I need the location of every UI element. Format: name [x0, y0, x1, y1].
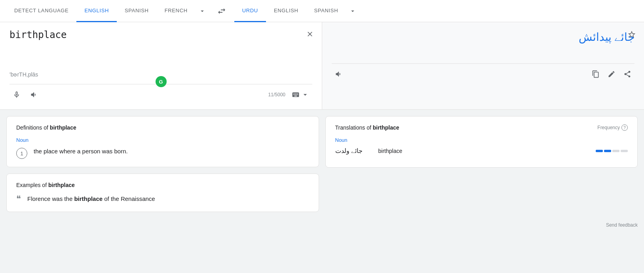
source-lang-dropdown[interactable]: [196, 0, 209, 22]
copy-translation-button[interactable]: [589, 67, 603, 81]
frequency-help-icon[interactable]: ?: [621, 124, 628, 131]
freq-seg-2: [604, 150, 611, 152]
definition-text: the place where a person was born.: [34, 147, 128, 156]
urdu-translation-word: جائے ولدت: [335, 147, 363, 155]
footer: Send feedback: [0, 218, 644, 229]
clear-button[interactable]: [304, 29, 315, 40]
translation-panels: birthplace G 'bərTH,plās 11/5000: [0, 22, 644, 110]
left-cards: Definitions of birthplace Noun 1 the pla…: [6, 116, 319, 212]
edit-translation-button[interactable]: [604, 67, 619, 81]
volume-target-button[interactable]: [332, 67, 346, 81]
volume-source-button[interactable]: [27, 88, 41, 102]
example-row: ❝ Florence was the birthplace of the Ren…: [16, 195, 309, 204]
frequency-bar: [596, 150, 628, 152]
translation-row: جائے ولدت birthplace: [335, 147, 628, 155]
frequency-label: Frequency ?: [597, 124, 628, 131]
freq-seg-1: [596, 150, 603, 152]
share-translation-button[interactable]: [620, 67, 635, 81]
definitions-card: Definitions of birthplace Noun 1 the pla…: [6, 116, 319, 167]
tab-spanish-source[interactable]: SPANISH: [117, 0, 157, 22]
source-input[interactable]: birthplace: [9, 29, 312, 69]
source-panel-actions: [9, 88, 41, 102]
quote-icon: ❝: [16, 195, 21, 203]
translation-output: جائے پیدائش: [332, 29, 635, 60]
freq-seg-4: [621, 150, 628, 152]
translations-card-header: Translations of birthplace Frequency ?: [335, 124, 628, 131]
translations-noun-label: Noun: [335, 137, 628, 143]
translations-title: Translations of birthplace: [335, 124, 399, 131]
listen-source-button[interactable]: [9, 88, 24, 102]
examples-title: Examples of birthplace: [16, 182, 309, 188]
translations-card: Translations of birthplace Frequency ? N…: [325, 116, 638, 168]
tab-french-source[interactable]: FRENCH: [157, 0, 196, 22]
definition-row: 1 the place where a person was born.: [16, 147, 309, 159]
source-panel: birthplace G 'bərTH,plās 11/5000: [0, 22, 322, 109]
send-feedback-link[interactable]: Send feedback: [606, 222, 638, 228]
tab-spanish-target[interactable]: SPANISH: [306, 0, 346, 22]
target-lang-dropdown[interactable]: [346, 0, 359, 22]
freq-seg-3: [612, 150, 619, 152]
example-text: Florence was the birthplace of the Renai…: [27, 195, 155, 204]
tab-english-target[interactable]: ENGLISH: [266, 0, 306, 22]
definition-number: 1: [16, 148, 27, 159]
bottom-section: Definitions of birthplace Noun 1 the pla…: [0, 110, 644, 218]
right-cards: Translations of birthplace Frequency ? N…: [325, 116, 638, 212]
english-translation-word: birthplace: [363, 148, 596, 154]
target-lang-tabs: URDU ENGLISH SPANISH: [234, 0, 359, 22]
save-translation-button[interactable]: [626, 29, 638, 42]
target-panel: جائے پیدائش: [322, 22, 644, 109]
examples-card: Examples of birthplace ❝ Florence was th…: [6, 174, 319, 212]
char-count: 11/5000: [268, 92, 285, 97]
tab-detect-language[interactable]: DETECT LANGUAGE: [6, 0, 76, 22]
top-bar: DETECT LANGUAGE ENGLISH SPANISH FRENCH U…: [0, 0, 644, 22]
grammarly-icon[interactable]: G: [156, 76, 167, 87]
definitions-noun-label: Noun: [16, 137, 309, 143]
target-panel-bottom: [332, 63, 635, 81]
source-lang-tabs: DETECT LANGUAGE ENGLISH SPANISH FRENCH: [6, 0, 209, 22]
keyboard-button[interactable]: [289, 89, 312, 100]
definitions-title: Definitions of birthplace: [16, 124, 309, 131]
swap-languages-button[interactable]: [212, 2, 231, 21]
target-action-icons: [589, 67, 635, 81]
tab-urdu-target[interactable]: URDU: [234, 0, 266, 22]
tab-english-source[interactable]: ENGLISH: [76, 0, 117, 22]
